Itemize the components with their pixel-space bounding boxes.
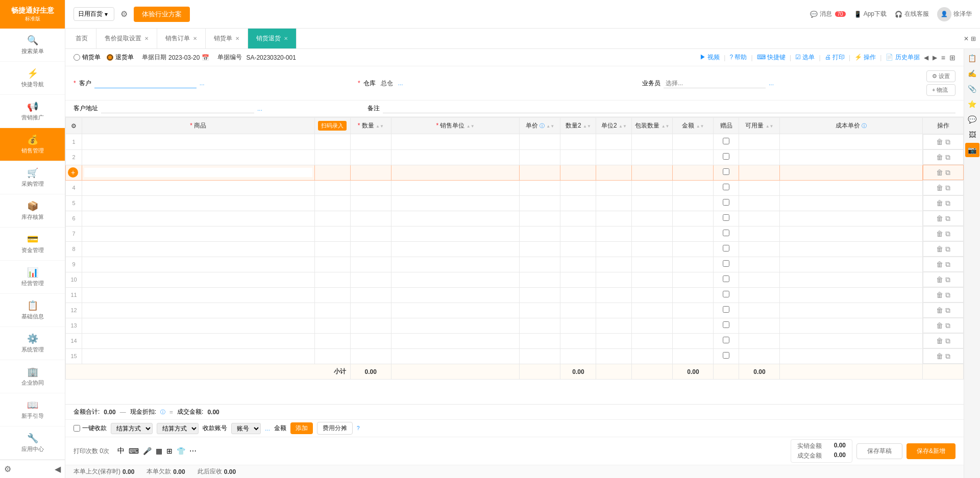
package-qty-cell[interactable] — [632, 348, 673, 364]
th-settings[interactable]: ⚙ — [66, 118, 82, 134]
customer-input[interactable] — [94, 79, 197, 88]
gift-checkbox[interactable] — [723, 291, 729, 297]
cost-price-cell[interactable] — [780, 348, 923, 364]
available-cell[interactable] — [739, 241, 780, 257]
online-service-item[interactable]: 🎧 在线客服 — [895, 10, 929, 18]
package-qty-cell[interactable] — [632, 333, 673, 348]
cost-price-cell[interactable] — [780, 134, 923, 150]
copy-row-icon[interactable]: ⧉ — [945, 214, 950, 223]
shirt-icon[interactable]: 👕 — [177, 447, 185, 455]
gift-cell[interactable] — [714, 272, 739, 287]
qty-cell[interactable] — [350, 287, 391, 303]
sidebar-item-appstore[interactable]: 🔧 应用中心 — [0, 426, 65, 460]
cost-price-cell[interactable] — [780, 287, 923, 303]
shortcut-btn[interactable]: ⌨ 快捷键 — [757, 53, 786, 62]
qty2-cell[interactable] — [560, 165, 596, 180]
cost-price-cell[interactable] — [780, 165, 923, 180]
sidebar-item-finance[interactable]: 💳 资金管理 — [0, 228, 65, 261]
available-cell[interactable] — [739, 333, 780, 348]
sidebar-logo[interactable]: 畅捷通好生意 标准版 — [0, 0, 65, 29]
cost-price-cell[interactable] — [780, 226, 923, 241]
sidebar-item-guide[interactable]: 📖 新手引导 — [0, 393, 65, 426]
unit2-cell[interactable] — [596, 241, 632, 257]
unit-cell[interactable] — [391, 303, 520, 318]
package-qty-cell[interactable] — [632, 165, 673, 180]
copy-row-icon[interactable]: ⧉ — [945, 184, 950, 192]
package-qty-cell[interactable] — [632, 318, 673, 333]
address-dots-btn[interactable]: ... — [257, 105, 262, 112]
unit-cell[interactable] — [391, 134, 520, 150]
unit2-cell[interactable] — [596, 180, 632, 195]
available-cell[interactable] — [739, 318, 780, 333]
package-qty-cell[interactable] — [632, 303, 673, 318]
package-qty-cell[interactable] — [632, 134, 673, 150]
copy-row-icon[interactable]: ⧉ — [945, 321, 950, 330]
price-cell[interactable] — [520, 333, 560, 348]
gift-cell[interactable] — [714, 318, 739, 333]
unit2-cell[interactable] — [596, 211, 632, 226]
collapse-icon[interactable]: ◀ — [55, 464, 61, 474]
price-cell[interactable] — [520, 195, 560, 211]
topbar-gear-icon[interactable]: ⚙ — [120, 9, 128, 19]
qr-icon[interactable]: ⊞ — [166, 447, 173, 455]
available-cell[interactable] — [739, 195, 780, 211]
unit2-cell[interactable] — [596, 226, 632, 241]
sidebar-item-sales[interactable]: 💰 销售管理 — [0, 128, 65, 161]
logistics-side-btn[interactable]: + 物流 — [926, 84, 955, 96]
customer-dots-btn[interactable]: ... — [200, 80, 205, 87]
rp-camera-icon[interactable]: 📷 — [965, 143, 979, 157]
qty-cell[interactable] — [350, 241, 391, 257]
select-btn[interactable]: ☑ 选单 — [795, 53, 815, 62]
delete-row-icon[interactable]: 🗑 — [936, 321, 943, 330]
available-sort-icon[interactable]: ▲▼ — [766, 124, 774, 129]
gift-cell[interactable] — [714, 333, 739, 348]
sidebar-item-operation[interactable]: 📊 经营管理 — [0, 261, 65, 294]
more-icon[interactable]: ⋯ — [189, 447, 197, 455]
unit-cell[interactable] — [391, 241, 520, 257]
package-qty-cell[interactable] — [632, 195, 673, 211]
tab-expand-icon[interactable]: ⊞ — [971, 35, 976, 42]
price-info-icon[interactable]: ⓘ — [540, 123, 545, 129]
rp-star-icon[interactable]: ⭐ — [965, 97, 979, 111]
unit2-cell[interactable] — [596, 195, 632, 211]
save-new-button[interactable]: 保存&新增 — [906, 443, 955, 459]
delete-row-icon[interactable]: 🗑 — [936, 153, 943, 161]
view-list-icon[interactable]: ≡ — [941, 54, 945, 62]
address-input[interactable] — [101, 104, 254, 113]
unit2-cell[interactable] — [596, 134, 632, 150]
rp-image-icon[interactable]: 🖼 — [965, 128, 979, 142]
sidebar-item-shortcut[interactable]: ⚡ 快捷导航 — [0, 62, 65, 95]
tab-price-settings-close[interactable]: ✕ — [144, 36, 149, 41]
remark-input[interactable] — [383, 104, 955, 113]
unit-cell[interactable] — [391, 195, 520, 211]
package-qty-cell[interactable] — [632, 287, 673, 303]
goods-input[interactable] — [84, 168, 312, 177]
gift-checkbox[interactable] — [723, 214, 729, 221]
qty-cell[interactable] — [350, 333, 391, 348]
copy-row-icon[interactable]: ⧉ — [945, 230, 950, 238]
tab-sales-order[interactable]: 销售订单 ✕ — [157, 29, 206, 48]
qty-cell[interactable] — [350, 226, 391, 241]
price-cell[interactable] — [520, 272, 560, 287]
qty2-cell[interactable] — [560, 303, 596, 318]
qty-cell[interactable] — [350, 348, 391, 364]
settings-icon[interactable]: ⚙ — [4, 464, 11, 474]
mic-icon[interactable]: 🎤 — [143, 447, 152, 455]
amount-cell[interactable] — [673, 165, 714, 180]
qty2-cell[interactable] — [560, 195, 596, 211]
fee-info-icon[interactable]: ? — [357, 425, 360, 431]
qty-cell[interactable] — [350, 195, 391, 211]
delete-row-icon[interactable]: 🗑 — [936, 214, 943, 222]
gift-cell[interactable] — [714, 303, 739, 318]
gift-checkbox[interactable] — [723, 153, 729, 160]
copy-row-icon[interactable]: ⧉ — [945, 138, 950, 146]
radio-sales[interactable] — [74, 54, 80, 61]
tab-price-settings[interactable]: 售价提取设置 ✕ — [96, 29, 157, 48]
delete-row-icon[interactable]: 🗑 — [936, 230, 943, 238]
amount-cell[interactable] — [673, 134, 714, 150]
gift-cell[interactable] — [714, 241, 739, 257]
amount-cell[interactable] — [673, 241, 714, 257]
cost-price-cell[interactable] — [780, 241, 923, 257]
qty-cell[interactable] — [350, 180, 391, 195]
available-cell[interactable] — [739, 226, 780, 241]
